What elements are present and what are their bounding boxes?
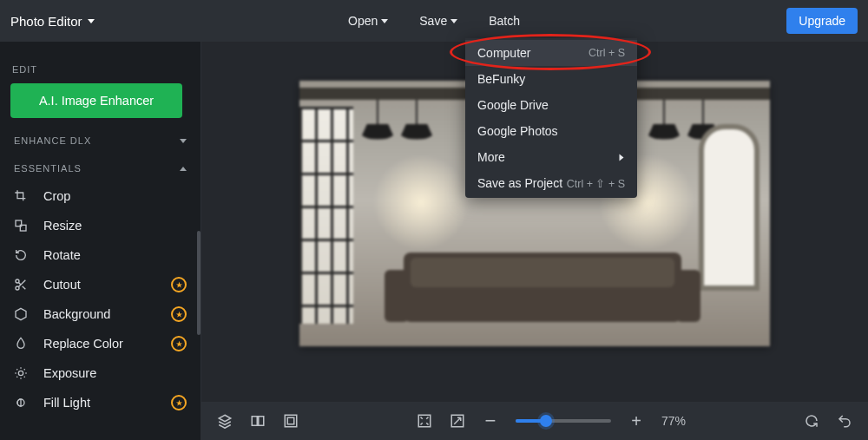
zoom-in-button[interactable]: + <box>628 413 644 429</box>
drop-icon <box>14 337 31 351</box>
menu-batch-label: Batch <box>489 14 520 28</box>
section-enhance-label: ENHANCE DLX <box>14 135 91 146</box>
chevron-down-icon <box>180 139 187 143</box>
scissors-icon <box>14 278 31 292</box>
top-bar: Photo Editor Open Save Batch Upgrade <box>0 0 868 42</box>
zoom-slider-thumb[interactable] <box>540 415 552 427</box>
section-essentials-label: ESSENTIALS <box>14 163 82 174</box>
tool-cutout[interactable]: Cutout <box>9 271 192 299</box>
save-computer-label: Computer <box>477 46 530 60</box>
save-as-project-shortcut: Ctrl + ⇧ + S <box>567 177 625 190</box>
premium-star-icon <box>171 306 187 322</box>
sun-icon <box>14 366 31 380</box>
tool-replace-color[interactable]: Replace Color <box>9 330 192 358</box>
chevron-right-icon <box>620 154 624 161</box>
menu-batch[interactable]: Batch <box>489 14 520 28</box>
resize-icon <box>14 219 31 233</box>
fullscreen-icon[interactable] <box>450 413 465 429</box>
tool-exposure[interactable]: Exposure <box>9 359 192 387</box>
save-befunky-label: BeFunky <box>477 72 525 86</box>
tool-crop-label: Crop <box>43 189 70 203</box>
compare-icon[interactable] <box>250 413 266 429</box>
save-gdrive[interactable]: Google Drive <box>465 92 637 118</box>
save-befunky[interactable]: BeFunky <box>465 66 637 92</box>
chevron-down-icon <box>88 19 95 23</box>
undo-icon[interactable] <box>837 413 852 429</box>
tool-fill-light-label: Fill Light <box>43 396 90 410</box>
save-more-label: More <box>477 150 505 164</box>
save-gphotos[interactable]: Google Photos <box>465 118 637 144</box>
bottom-bar: − + 77% <box>201 402 868 440</box>
sidebar-scrollbar[interactable] <box>197 231 201 335</box>
premium-star-icon <box>171 336 187 351</box>
layers-icon[interactable] <box>217 413 233 429</box>
save-computer-shortcut: Ctrl + S <box>589 47 625 59</box>
background-icon <box>14 307 31 321</box>
rotate-icon <box>14 248 31 262</box>
menu-save-label: Save <box>419 14 447 28</box>
tools-list: Crop Resize Rotate Cutout Background Rep… <box>9 182 192 417</box>
svg-rect-8 <box>285 415 297 427</box>
svg-point-3 <box>16 286 19 290</box>
tool-replace-color-label: Replace Color <box>43 337 123 351</box>
grid-icon[interactable] <box>283 413 299 429</box>
premium-star-icon <box>171 395 187 410</box>
chevron-up-icon <box>180 167 187 171</box>
save-more[interactable]: More <box>465 144 637 170</box>
tool-resize-label: Resize <box>43 219 82 233</box>
tool-rotate-label: Rotate <box>43 248 81 262</box>
menu-open-label: Open <box>348 14 378 28</box>
save-as-project-label: Save as Project <box>477 176 562 190</box>
ai-image-enhancer-button[interactable]: A.I. Image Enhancer <box>10 83 182 118</box>
svg-rect-6 <box>252 417 257 426</box>
section-enhance-dlx[interactable]: ENHANCE DLX <box>9 127 192 154</box>
tool-resize[interactable]: Resize <box>9 212 192 240</box>
chevron-down-icon <box>450 19 457 23</box>
tool-background[interactable]: Background <box>9 300 192 328</box>
sidebar: EDIT A.I. Image Enhancer ENHANCE DLX ESS… <box>0 42 201 440</box>
save-as-project[interactable]: Save as Project Ctrl + ⇧ + S <box>465 170 637 196</box>
chevron-down-icon <box>381 19 388 23</box>
svg-rect-9 <box>287 417 294 424</box>
tool-fill-light[interactable]: Fill Light <box>9 389 192 417</box>
svg-rect-7 <box>259 417 264 426</box>
tool-cutout-label: Cutout <box>43 278 81 292</box>
half-sun-icon <box>14 396 31 410</box>
save-gdrive-label: Google Drive <box>477 98 549 112</box>
top-menu: Open Save Batch <box>348 14 520 28</box>
app-title-dropdown[interactable]: Photo Editor <box>10 14 95 29</box>
edit-label: EDIT <box>12 64 188 75</box>
save-gphotos-label: Google Photos <box>477 124 558 138</box>
menu-save[interactable]: Save <box>419 14 457 28</box>
tool-background-label: Background <box>43 307 110 321</box>
section-essentials[interactable]: ESSENTIALS <box>9 154 192 182</box>
upgrade-button[interactable]: Upgrade <box>786 8 858 34</box>
tool-rotate[interactable]: Rotate <box>9 241 192 269</box>
save-dropdown: Computer Ctrl + S BeFunky Google Drive G… <box>465 38 637 198</box>
zoom-slider[interactable] <box>516 419 611 423</box>
save-computer[interactable]: Computer Ctrl + S <box>465 40 637 66</box>
svg-rect-10 <box>418 415 431 427</box>
tool-exposure-label: Exposure <box>43 366 96 380</box>
svg-point-4 <box>18 371 23 375</box>
zoom-percent: 77% <box>661 414 686 428</box>
premium-star-icon <box>171 277 187 292</box>
fit-screen-icon[interactable] <box>417 413 432 429</box>
crop-icon <box>14 189 31 203</box>
tool-crop[interactable]: Crop <box>9 182 192 210</box>
redo-icon[interactable] <box>804 413 819 429</box>
app-title-text: Photo Editor <box>10 14 82 29</box>
zoom-out-button[interactable]: − <box>483 413 498 429</box>
menu-open[interactable]: Open <box>348 14 388 28</box>
svg-point-2 <box>16 279 19 283</box>
